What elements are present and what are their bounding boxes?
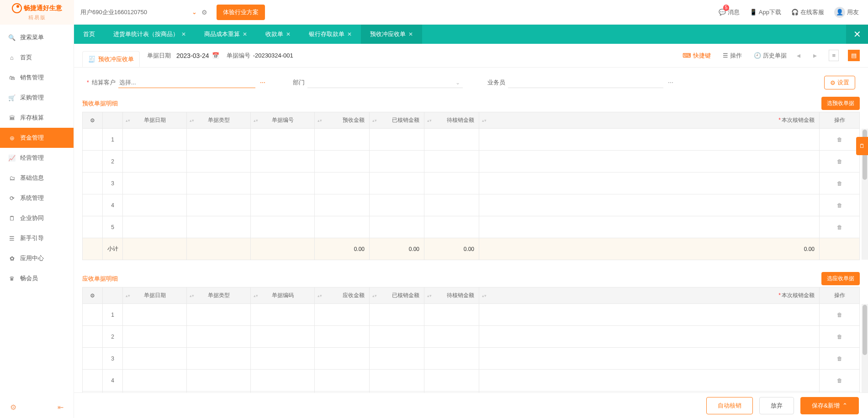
sales-input[interactable]: [508, 77, 663, 88]
tab-4[interactable]: 银行存取款单✕: [300, 25, 361, 44]
select-prepay-doc-button[interactable]: 选预收单据: [821, 97, 860, 110]
delete-icon[interactable]: 🗑: [837, 202, 842, 209]
sort-icon[interactable]: ▴▾: [482, 119, 487, 122]
dept-input[interactable]: [307, 77, 463, 88]
sort-icon[interactable]: ▴▾: [190, 294, 194, 297]
discard-button[interactable]: 放弃: [759, 397, 794, 414]
tab-3[interactable]: 收款单✕: [256, 25, 300, 44]
dept-label: 部门: [293, 78, 305, 87]
sidebar-item-1[interactable]: ⌂首页: [0, 47, 74, 68]
sidebar-item-label: 基础信息: [20, 174, 44, 182]
sidebar-item-2[interactable]: 🛍销售管理: [0, 68, 74, 88]
delete-icon[interactable]: 🗑: [837, 224, 842, 230]
save-and-new-button[interactable]: 保存&新增⌃: [800, 397, 859, 414]
delete-icon[interactable]: 🗑: [837, 334, 842, 340]
auto-writeoff-button[interactable]: 自动核销: [706, 397, 753, 414]
sidebar-item-12[interactable]: ♛畅会员: [0, 268, 74, 288]
customer-input[interactable]: [118, 77, 255, 88]
close-icon[interactable]: ✕: [243, 31, 247, 37]
customer-more-icon[interactable]: ⋯: [260, 79, 265, 86]
sort-icon[interactable]: ▴▾: [482, 294, 487, 297]
customer-filter[interactable]: *结算客户 ⋯: [87, 77, 265, 88]
sort-icon[interactable]: ▴▾: [427, 119, 432, 122]
chevron-down-icon[interactable]: ⌄: [455, 79, 460, 86]
table-row[interactable]: 2🗑: [83, 151, 860, 172]
sort-icon[interactable]: ▴▾: [427, 294, 432, 297]
next-doc-icon[interactable]: ▸: [810, 51, 820, 60]
settings-gear-icon[interactable]: ⚙: [10, 403, 16, 412]
delete-icon[interactable]: 🗑: [837, 312, 842, 318]
try-solution-button[interactable]: 体验行业方案: [217, 5, 265, 20]
user-menu[interactable]: 👤 用友: [834, 7, 859, 18]
table-row[interactable]: 1🗑: [83, 304, 860, 326]
view-card-icon[interactable]: ▤: [848, 50, 860, 61]
doc-date-field[interactable]: 单据日期 2023-03-24 📅: [147, 52, 219, 60]
delete-icon[interactable]: 🗑: [837, 158, 842, 165]
sidebar-item-7[interactable]: 🗂基础信息: [0, 168, 74, 188]
view-list-icon[interactable]: ≡: [829, 50, 839, 61]
operate-action[interactable]: ☰操作: [723, 52, 742, 60]
app-download-link[interactable]: 📱 App下载: [750, 8, 781, 16]
sort-icon[interactable]: ▴▾: [126, 294, 130, 297]
tabs-close-all[interactable]: ✕: [846, 25, 868, 44]
sort-icon[interactable]: ▴▾: [318, 119, 322, 122]
support-link[interactable]: 🎧 在线客服: [791, 8, 824, 16]
tab-0[interactable]: 首页: [74, 25, 104, 44]
calendar-icon[interactable]: 📅: [212, 52, 219, 59]
tenant-selector[interactable]: 用户690企业1660120750 ⌄: [80, 8, 197, 16]
sidebar-item-8[interactable]: ⟳系统管理: [0, 188, 74, 208]
table-row[interactable]: 1🗑: [83, 129, 860, 151]
close-icon[interactable]: ✕: [347, 31, 352, 37]
gear-icon[interactable]: ⚙: [201, 9, 207, 16]
messages-link[interactable]: 💬 消息 5: [719, 8, 740, 16]
sales-filter[interactable]: 业务员 ⋯: [487, 77, 673, 88]
dept-filter[interactable]: 部门 ⌄: [293, 77, 460, 88]
table-row[interactable]: 4🗑: [83, 194, 860, 216]
close-icon[interactable]: ✕: [181, 31, 186, 37]
settings-button[interactable]: ⚙设置: [824, 76, 855, 89]
select-receivable-doc-button[interactable]: 选应收单据: [821, 272, 860, 285]
table-row[interactable]: 3🗑: [83, 172, 860, 194]
sort-icon[interactable]: ▴▾: [254, 294, 258, 297]
collapse-sidebar-icon[interactable]: ⇤: [58, 403, 64, 412]
gear-icon[interactable]: ⚙: [90, 293, 95, 299]
sidebar-item-6[interactable]: 📈经营管理: [0, 148, 74, 168]
sidebar-item-4[interactable]: 🏛库存核算: [0, 108, 74, 128]
sort-icon[interactable]: ▴▾: [254, 119, 258, 122]
table-row[interactable]: 3🗑: [83, 348, 860, 370]
delete-icon[interactable]: 🗑: [837, 355, 842, 362]
sort-icon[interactable]: ▴▾: [190, 119, 194, 122]
sort-icon[interactable]: ▴▾: [372, 294, 377, 297]
sidebar-item-10[interactable]: ☰新手引导: [0, 228, 74, 248]
prev-doc-icon[interactable]: ◂: [794, 51, 803, 60]
tab-label: 收款单: [265, 30, 283, 38]
table-row[interactable]: 5🗑: [83, 216, 860, 238]
sidebar-icon: ☰: [8, 235, 16, 242]
sidebar-item-5[interactable]: ⊕资金管理: [0, 128, 74, 148]
history-action[interactable]: 🕘历史单据: [754, 52, 787, 60]
delete-icon[interactable]: 🗑: [837, 377, 842, 384]
side-panel-toggle[interactable]: 🗒: [856, 137, 868, 155]
sidebar-item-0[interactable]: 🔍搜索菜单: [0, 27, 74, 47]
table-row[interactable]: 2🗑: [83, 326, 860, 348]
delete-icon[interactable]: 🗑: [837, 180, 842, 187]
chevron-down-icon: ⌄: [192, 9, 197, 16]
delete-icon[interactable]: 🗑: [837, 136, 842, 143]
close-icon[interactable]: ✕: [286, 31, 291, 37]
tab-5[interactable]: 预收冲应收单✕: [361, 25, 422, 44]
sort-icon[interactable]: ▴▾: [126, 119, 130, 122]
sidebar-item-3[interactable]: 🛒采购管理: [0, 88, 74, 108]
sidebar-item-11[interactable]: ✿应用中心: [0, 248, 74, 268]
table-row[interactable]: 4🗑: [83, 370, 860, 392]
avatar-icon: 👤: [834, 7, 845, 18]
sidebar-item-9[interactable]: 🗒企业协同: [0, 208, 74, 228]
op-header: 操作: [820, 287, 860, 304]
shortcuts-action[interactable]: ⌨快捷键: [683, 52, 711, 60]
tab-2[interactable]: 商品成本重算✕: [195, 25, 256, 44]
gear-icon[interactable]: ⚙: [90, 117, 95, 124]
sort-icon[interactable]: ▴▾: [372, 119, 377, 122]
close-icon[interactable]: ✕: [408, 31, 413, 37]
sales-more-icon[interactable]: ⋯: [668, 79, 673, 86]
tab-1[interactable]: 进货单统计表（按商品）✕: [104, 25, 195, 44]
sort-icon[interactable]: ▴▾: [318, 294, 322, 297]
